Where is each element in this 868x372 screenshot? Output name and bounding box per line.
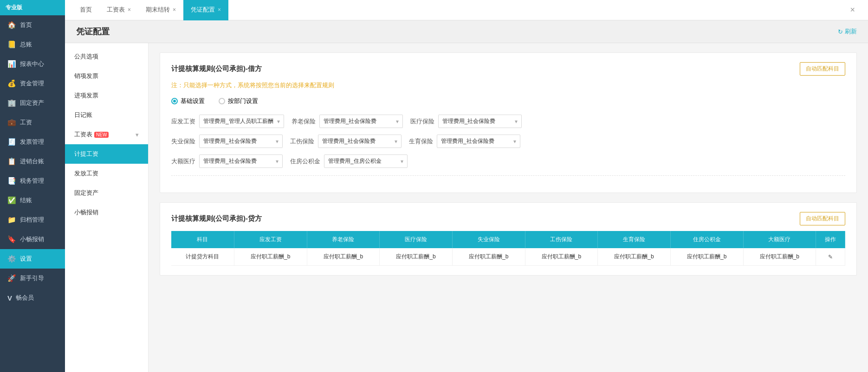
home-icon: 🏠 [7,21,16,29]
tab-period-end[interactable]: 期末结转 × [138,0,183,20]
select-pension-value: 管理费用_社会保险费 [324,117,377,125]
tab-voucher-close[interactable]: × [218,6,221,13]
sidebar-item-home[interactable]: 🏠 首页 [0,15,65,35]
sidebar-item-label: 税务管理 [20,177,44,185]
sidebar-item-label: 畅会员 [16,294,34,302]
left-nav-fixed-assets[interactable]: 固定资产 [65,183,148,203]
left-nav-calc-salary[interactable]: 计提工资 [65,144,148,164]
sidebar-item-invoice-management[interactable]: 🧾 发票管理 [0,132,65,152]
col-header-action: 操作 [816,231,845,248]
new-badge: NEW [94,132,109,138]
select-maternity[interactable]: 管理费用_社会保险费 ▾ [437,135,520,148]
col-header-subject: 科目 [171,231,234,248]
select-salary-value: 管理费用_管理人员职工薪酬 [203,117,273,125]
tab-salary-close[interactable]: × [128,6,131,13]
label-maternity: 生育保险 [409,137,433,146]
label-medical: 医疗保险 [410,117,434,126]
left-nav-label: 小畅报销 [74,208,98,217]
edit-icon[interactable]: ✎ [828,254,833,260]
section-debit-title: 计提核算规则(公司承担)-借方 [171,64,262,73]
sidebar-item-vip[interactable]: V 畅会员 [0,288,65,308]
select-pension[interactable]: 管理费用_社会保险费 ▾ [319,115,403,128]
tab-salary-table[interactable]: 工资表 × [99,0,138,20]
form-item-pension: 养老保险 管理费用_社会保险费 ▾ [291,115,403,128]
sidebar-item-new-guide[interactable]: 🚀 新手引导 [0,269,65,288]
report-icon: 📊 [7,60,16,68]
select-large-medical[interactable]: 管理费用_社会保险费 ▾ [199,154,283,168]
section-credit-header: 计提核算规则(公司承担)-贷方 自动匹配科目 [171,212,845,225]
section-credit: 计提核算规则(公司承担)-贷方 自动匹配科目 科目 应发工资 养老保险 医疗保险… [160,202,857,276]
chevron-down-icon: ▾ [513,138,516,145]
sidebar-item-purchase-sales[interactable]: 📋 进销台账 [0,152,65,171]
page-header: 凭证配置 ↻ 刷新 [65,20,868,43]
cell-maternity: 应付职工薪酬_b [598,248,671,266]
col-header-injury: 工伤保险 [525,231,598,248]
sidebar-item-label: 首页 [20,21,32,29]
auto-match-credit-button[interactable]: 自动匹配科目 [800,212,845,225]
left-nav-xiaochangbao[interactable]: 小畅报销 [65,203,148,222]
table-header-row: 科目 应发工资 养老保险 医疗保险 失业保险 工伤保险 生育保险 住房公积金 大… [171,231,845,248]
sidebar-item-label: 小畅报销 [20,235,44,244]
tab-home[interactable]: 首页 [72,0,99,20]
content-area: 公共选项 销项发票 进项发票 日记账 工资表 NEW ▾ 计提工资 发放工资 [65,43,868,372]
sidebar-item-archive[interactable]: 📁 归档管理 [0,210,65,230]
form-item-unemployment: 失业保险 管理费用_社会保险费 ▾ [171,135,283,148]
section-debit-header: 计提核算规则(公司承担)-借方 自动匹配科目 [171,62,845,76]
chevron-down-icon: ▾ [401,158,403,165]
section-debit: 计提核算规则(公司承担)-借方 自动匹配科目 注：只能选择一种方式，系统将按照您… [160,52,857,193]
tab-period-label: 期末结转 [146,6,170,14]
left-nav-issue-salary[interactable]: 发放工资 [65,164,148,183]
label-salary: 应发工资 [171,117,195,126]
tax-icon: 📑 [7,177,16,185]
refresh-button[interactable]: ↻ 刷新 [838,27,857,36]
radio-basic[interactable]: 基础设置 [171,97,205,105]
tab-period-close[interactable]: × [173,6,176,13]
cell-subject: 计提贷方科目 [171,248,234,266]
sidebar-item-fund-management[interactable]: 💰 资金管理 [0,74,65,93]
sidebar-item-salary[interactable]: 💼 工资 [0,113,65,132]
select-medical[interactable]: 管理费用_社会保险费 ▾ [438,115,522,128]
sidebar-item-report-center[interactable]: 📊 报表中心 [0,54,65,74]
chevron-down-icon: ▾ [395,138,397,145]
left-nav-purchase-invoice[interactable]: 进项发票 [65,86,148,105]
sidebar-item-xiaochangbao[interactable]: 🔖 小畅报销 [0,230,65,249]
sidebar-item-settlement[interactable]: ✅ 结账 [0,191,65,210]
cell-medical: 应付职工薪酬_b [380,248,453,266]
chevron-down-icon: ▾ [396,118,399,125]
auto-match-debit-button[interactable]: 自动匹配科目 [800,62,845,76]
select-injury[interactable]: 管理费用_社会保险费 ▾ [318,135,402,148]
sidebar-item-label: 报表中心 [20,60,44,68]
tab-close-all[interactable]: × [844,5,861,15]
divider [171,175,845,176]
radio-department[interactable]: 按部门设置 [219,97,258,105]
cell-unemployment: 应付职工薪酬_b [452,248,525,266]
select-housing[interactable]: 管理费用_住房公积金 ▾ [324,154,408,168]
tab-voucher-config[interactable]: 凭证配置 × [183,0,228,20]
sidebar-item-general-ledger[interactable]: 📒 总账 [0,35,65,54]
left-nav-label: 发放工资 [74,169,98,178]
select-medical-value: 管理费用_社会保险费 [442,117,496,125]
left-nav-diary[interactable]: 日记账 [65,105,148,125]
tabbar: 首页 工资表 × 期末结转 × 凭证配置 × × [65,0,868,20]
sidebar-item-settings[interactable]: ⚙️ 设置 [0,249,65,269]
sidebar-item-fixed-assets[interactable]: 🏢 固定资产 [0,93,65,113]
left-nav-public-options[interactable]: 公共选项 [65,47,148,66]
left-nav-sales-invoice[interactable]: 销项发票 [65,66,148,86]
left-nav-label: 日记账 [74,111,92,119]
sidebar-item-tax-management[interactable]: 📑 税务管理 [0,171,65,191]
radio-department-circle [219,98,225,104]
app-title: 专业版 [0,0,65,15]
settings-icon: ⚙️ [7,255,16,263]
archive-icon: 📁 [7,216,16,224]
vip-icon: V [7,294,12,302]
refresh-icon: ↻ [838,28,843,35]
chevron-down-icon: ▾ [515,118,518,125]
cell-action[interactable]: ✎ [816,248,845,266]
left-nav-salary-table[interactable]: 工资表 NEW ▾ [65,125,148,144]
cell-injury: 应付职工薪酬_b [525,248,598,266]
main-panel: 计提核算规则(公司承担)-借方 自动匹配科目 注：只能选择一种方式，系统将按照您… [149,43,868,372]
radio-department-label: 按部门设置 [228,97,258,105]
select-salary[interactable]: 管理费用_管理人员职工薪酬 ▾ [199,115,284,128]
col-header-salary: 应发工资 [234,231,307,248]
select-unemployment[interactable]: 管理费用_社会保险费 ▾ [199,135,283,148]
